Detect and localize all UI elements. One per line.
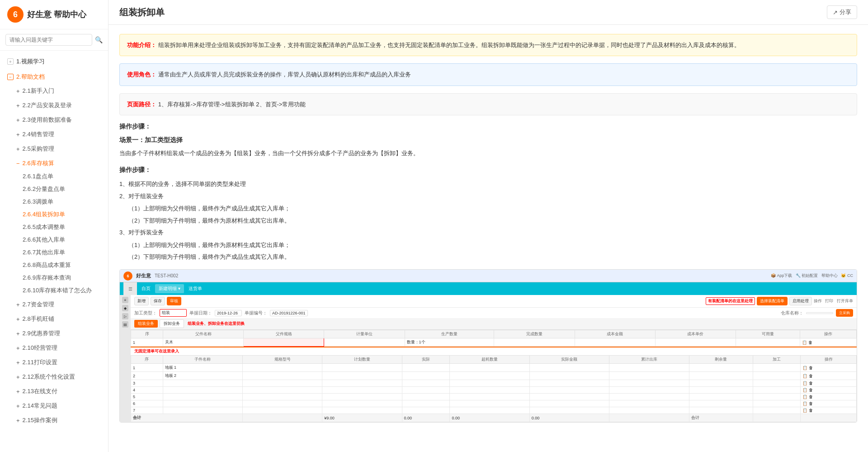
sidebar-item-mobile[interactable]: + 2.8手机旺铺 xyxy=(16,312,108,326)
ops-label: 操作步骤： xyxy=(119,166,857,174)
erp-table2-container: 序 子件名称 规格型号 计划数量 实际 超耗数量 实际金额 累计出库 剩余量 xyxy=(131,355,857,422)
th2-over: 超耗数量 xyxy=(450,356,529,364)
sidebar-item-other-out[interactable]: 2.6.7其他出库单 xyxy=(23,246,108,259)
th2-child-name: 子件名称 xyxy=(163,356,242,364)
erp-id: TEST-H002 xyxy=(155,273,178,278)
sidebar-item-purchase[interactable]: + 2.5采购管理 xyxy=(16,142,108,156)
td-cost-amt-1 xyxy=(575,338,655,347)
ops-title: 操作步骤： xyxy=(119,123,857,131)
table-row: 6📋 🗑 xyxy=(131,400,857,407)
role-text: 通常由生产人员或库管人员完成拆装业务的操作，库管人员确认原材料的出库和产成品的入… xyxy=(158,71,411,78)
sidebar-item-video[interactable]: + 1.视频学习 xyxy=(0,54,108,69)
sidebar-item-assembly[interactable]: 2.6.4组装拆卸单 xyxy=(23,208,108,221)
expand-icon-coupon: + xyxy=(16,330,20,337)
table-row: 7📋 🗑 xyxy=(131,407,857,414)
collapse-icon-inventory: − xyxy=(16,160,20,167)
nav-item-newbie-label: 2.1新手入门 xyxy=(23,87,54,95)
sidebar-item-finance[interactable]: + 2.7资金管理 xyxy=(16,298,108,311)
nav-subsection-online-pay: + 2.13在线支付 xyxy=(16,385,108,398)
erp-nav-home[interactable]: 自页 xyxy=(138,284,154,293)
expand-icon-faq: + xyxy=(16,403,20,409)
td-ops-1: 📋 🗑 xyxy=(800,338,857,347)
sidebar-item-docs[interactable]: − 2.帮助文档 xyxy=(0,70,108,84)
sidebar-item-error[interactable]: 2.6.10库存账本错了怎么办 xyxy=(23,284,108,297)
th-avail: 可用量 xyxy=(736,330,800,338)
expand-icon-online-pay: + xyxy=(16,388,20,395)
nav-item-ops-label: 2.10经营管理 xyxy=(23,344,57,352)
sidebar-item-query[interactable]: 2.6.9库存账本查询 xyxy=(23,271,108,284)
erp-nav-new-order[interactable]: 新建明细 ▾ xyxy=(155,284,184,293)
step-3-1: （1）上部明细为父件明细，最终作为原材料生成其它出库单； xyxy=(128,240,857,250)
nav-subsection-ops: + 2.10经营管理 xyxy=(16,341,108,355)
share-icon: ↗ xyxy=(833,9,838,16)
erp-icon-1[interactable]: ≡ xyxy=(122,297,128,303)
nav-item-print-label: 2.11打印设置 xyxy=(23,358,57,366)
erp-input-no[interactable]: AD-20191226-001 xyxy=(270,310,308,316)
sidebar-item-print[interactable]: + 2.11打印设置 xyxy=(16,356,108,369)
sidebar-item-sales[interactable]: + 2.4销售管理 xyxy=(16,128,108,141)
callout5-area: 无固定清单可在这里录入 xyxy=(131,347,857,355)
sidebar-item-split-count[interactable]: 2.6.2分量盘点单 xyxy=(23,183,108,195)
nav-subsection-sales: + 2.4销售管理 xyxy=(16,128,108,141)
erp-icon-3[interactable]: ▷ xyxy=(122,313,128,319)
nav-item-cases-label: 2.15操作案例 xyxy=(23,416,57,424)
sidebar-item-install[interactable]: + 2.2产品安装及登录 xyxy=(16,99,108,112)
sidebar-item-newbie[interactable]: + 2.1新手入门 xyxy=(16,84,108,98)
sidebar-item-adjust[interactable]: 2.6.3调拨单 xyxy=(23,195,108,208)
nav-subsection-personalize: + 2.12系统个性化设置 xyxy=(16,370,108,384)
erp-table2-footer: 合计 ¥9.00 0.00 0.00 0.00 合计 xyxy=(131,414,857,422)
sidebar-item-count[interactable]: 2.6.1盘点单 xyxy=(23,170,108,183)
td-avail-1 xyxy=(736,338,800,347)
sidebar-item-online-pay[interactable]: + 2.13在线支付 xyxy=(16,385,108,398)
sidebar-item-personalize[interactable]: + 2.12系统个性化设置 xyxy=(16,370,108,384)
share-button[interactable]: ↗ 分享 xyxy=(827,5,857,19)
td-done-qty-1 xyxy=(494,338,575,347)
search-icon[interactable]: 🔍 xyxy=(95,36,103,43)
nav-item-coupon-label: 2.9优惠券管理 xyxy=(23,329,60,338)
screenshot-container: 6 好生意 TEST-H002 📦 App下载 🔧 初始配置 帮助中心 🐱 CC… xyxy=(119,269,857,423)
th-prod-qty: 生产数量 xyxy=(405,330,494,338)
expand-icon-print: + xyxy=(16,359,20,366)
table-row: 4📋 🗑 xyxy=(131,387,857,394)
expand-icon-ops: + xyxy=(16,345,20,352)
erp-icon-4[interactable]: ▤ xyxy=(122,321,128,328)
sidebar-item-faq[interactable]: + 2.14常见问题 xyxy=(16,399,108,413)
td-prod-qty-1: 数量：1个 xyxy=(405,338,494,347)
erp-input-type[interactable]: 组装 xyxy=(160,309,187,317)
th-cost-amt: 成本金额 xyxy=(575,330,655,338)
erp-input-date[interactable]: 2019-12-26 xyxy=(215,310,242,316)
erp-label-no: 单据编号： xyxy=(245,310,267,316)
sidebar-item-other-in[interactable]: 2.6.6其他入库单 xyxy=(23,233,108,246)
table-row: 1 地板 1 xyxy=(131,364,857,372)
erp-field-row1: 加工类型： 组装 单据日期： 2019-12-26 单据编号： AD-20191… xyxy=(131,308,857,318)
nav-subsection-print: + 2.11打印设置 xyxy=(16,356,108,369)
erp-nav-deliver[interactable]: 送货单 xyxy=(185,284,206,293)
erp-input-warehouse[interactable] xyxy=(806,312,833,314)
erp-icon-2[interactable]: ◆ xyxy=(122,305,128,311)
sidebar-item-ops[interactable]: + 2.10经营管理 xyxy=(16,341,108,355)
main-header: 组装拆卸单 ↗ 分享 xyxy=(108,0,868,25)
sidebar-item-inventory[interactable]: − 2.6库存核算 xyxy=(16,157,108,170)
erp-btn-approve[interactable]: 审核 xyxy=(167,297,181,305)
erp-btn-add[interactable]: 新增 xyxy=(134,297,149,305)
expand-icon-data: + xyxy=(16,117,20,124)
expand-icon-cases: + xyxy=(16,417,20,424)
erp-tab-disassembly[interactable]: 拆卸业务 xyxy=(160,319,184,328)
erp-btn-save[interactable]: 保存 xyxy=(151,297,165,305)
expand-icon-sales: + xyxy=(16,131,20,138)
erp-btn-enable[interactable]: 启用处理 xyxy=(789,297,812,305)
intro-text: 组装拆卸单用来处理企业组装或拆卸等加工业务，支持有固定装配清单的产品加工业务，也… xyxy=(158,42,740,48)
sidebar-item-data[interactable]: + 2.3使用前数据准备 xyxy=(16,113,108,127)
th2-spec: 规格型号 xyxy=(242,356,322,364)
sidebar-item-cost[interactable]: 2.6.5成本调整单 xyxy=(23,221,108,233)
nav-subsection-newbie: + 2.1新手入门 xyxy=(16,84,108,98)
sidebar-item-coupon[interactable]: + 2.9优惠券管理 xyxy=(16,327,108,340)
erp-btn-confirm[interactable]: 立采购 xyxy=(836,309,853,317)
th2-seq: 序 xyxy=(131,356,163,364)
app-logo: 6 xyxy=(7,6,24,23)
erp-btn-bom[interactable]: 选择装配清单 xyxy=(757,297,788,305)
search-input[interactable] xyxy=(5,34,92,46)
erp-tab-assembly[interactable]: 组装业务 xyxy=(134,320,158,328)
sidebar-item-cases[interactable]: + 2.15操作案例 xyxy=(16,414,108,427)
sidebar-item-cost2[interactable]: 2.6.8商品成本重算 xyxy=(23,259,108,271)
